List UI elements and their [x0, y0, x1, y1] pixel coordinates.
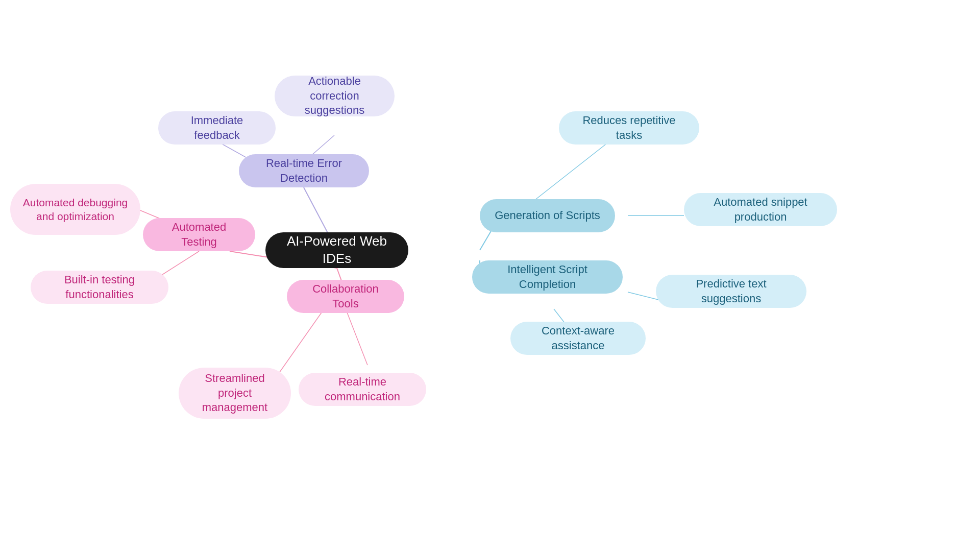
automated-debugging-node: Automated debugging and optimization	[10, 184, 140, 235]
generation-scripts-node: Generation of Scripts	[480, 199, 615, 232]
context-aware-node: Context-aware assistance	[510, 322, 646, 355]
svg-line-13	[628, 292, 658, 300]
automated-snippet-node: Automated snippet production	[684, 193, 837, 226]
intelligent-script-node: Intelligent Script Completion	[472, 260, 623, 294]
streamlined-project-node: Streamlined project management	[179, 368, 291, 419]
collaboration-tools-node: Collaboration Tools	[287, 280, 404, 313]
built-in-testing-node: Built-in testing functionalities	[31, 271, 168, 304]
realtime-communication-node: Real-time communication	[299, 373, 426, 406]
svg-line-10	[347, 312, 368, 365]
reduces-repetitive-node: Reduces repetitive tasks	[559, 111, 699, 145]
real-time-error-node: Real-time Error Detection	[239, 154, 369, 187]
svg-line-11	[536, 143, 607, 199]
immediate-feedback-node: Immediate feedback	[158, 111, 276, 145]
center-node: AI-Powered Web IDEs	[265, 232, 408, 268]
predictive-text-node: Predictive text suggestions	[656, 275, 806, 308]
automated-testing-node: Automated Testing	[143, 218, 255, 251]
actionable-correction-node: Actionable correction suggestions	[275, 76, 395, 116]
svg-line-9	[276, 312, 322, 378]
